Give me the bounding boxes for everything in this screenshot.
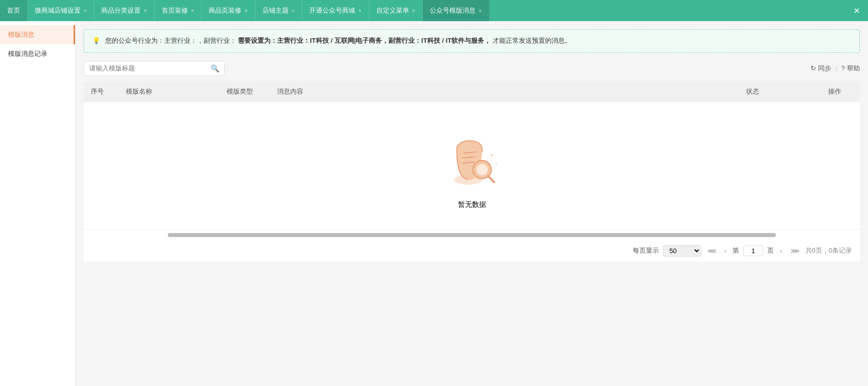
nav-tab-micro-shop-close[interactable]: ×	[84, 8, 87, 14]
nav-tab-product-decor-close[interactable]: ×	[244, 8, 247, 14]
empty-state: ✦ ✦ 暂无数据	[84, 102, 860, 229]
nav-tab-shop-theme[interactable]: 店铺主题 ×	[255, 0, 302, 21]
col-content: 消息内容	[270, 82, 739, 102]
toolbar-divider: |	[835, 64, 837, 72]
page-size-label: 每页显示	[633, 246, 659, 255]
svg-text:✦: ✦	[490, 152, 494, 158]
sync-label: 同步	[818, 64, 831, 73]
prev-page-button[interactable]: ‹	[722, 246, 728, 256]
nav-tab-template-msg-close[interactable]: ×	[479, 8, 482, 14]
help-label: 帮助	[847, 64, 860, 73]
page-size-select[interactable]: 10 20 50 100	[663, 245, 701, 257]
table-header: 序号 模版名称 模版类型 消息内容 状态 操作	[84, 82, 860, 102]
col-seq: 序号	[84, 82, 119, 102]
help-icon: ?	[841, 64, 845, 72]
help-button[interactable]: ? 帮助	[841, 64, 860, 73]
nav-tab-template-msg[interactable]: 公众号模版消息 ×	[423, 0, 489, 21]
svg-point-5	[477, 164, 488, 175]
nav-tab-micro-shop-label: 微商城店铺设置	[35, 6, 81, 15]
empty-text: 暂无数据	[458, 200, 486, 209]
nav-tab-product-category-close[interactable]: ×	[144, 8, 147, 14]
notice-text-suffix: 才能正常发送预置的消息。	[493, 37, 571, 44]
notice-text-prefix: 您的公众号行业为：主营行业：，副营行业：	[105, 37, 236, 44]
nav-tab-template-msg-label: 公众号模版消息	[430, 6, 476, 15]
sidebar: 模版消息 模版消息记录	[0, 21, 76, 386]
nav-tab-home-decor-label: 首页装修	[162, 6, 188, 15]
nav-tab-shop-theme-close[interactable]: ×	[292, 8, 295, 14]
sidebar-item-template-msg-log-label: 模版消息记录	[8, 50, 47, 57]
nav-tab-open-shop[interactable]: 开通公众号商城 ×	[302, 0, 369, 21]
bulb-icon: 💡	[92, 37, 100, 44]
nav-tab-home-label: 首页	[7, 6, 20, 15]
col-status: 状态	[739, 82, 810, 102]
table-wrapper: 序号 模版名称 模版类型 消息内容 状态 操作	[84, 82, 860, 240]
pagination-bar: 每页显示 10 20 50 100 ⋘ ‹ 第 页 › ⋙ 共0页，0条记录	[84, 240, 860, 262]
pagination-summary: 共0页，0条记录	[806, 246, 852, 255]
page-input[interactable]	[743, 246, 763, 256]
page-label-suffix: 页	[767, 246, 774, 255]
nav-tab-home[interactable]: 首页	[0, 0, 28, 21]
nav-tab-shop-theme-label: 店铺主题	[262, 6, 289, 15]
data-table: 序号 模版名称 模版类型 消息内容 状态 操作	[84, 82, 860, 102]
first-page-button[interactable]: ⋘	[705, 246, 718, 256]
search-bar-area: 🔍 ↻ 同步 | ? 帮助	[84, 61, 860, 76]
content-area: 💡 您的公众号行业为：主营行业：，副营行业： 需要设置为：主营行业：IT科技 /…	[76, 21, 868, 386]
sync-icon: ↻	[811, 64, 816, 72]
window-close-button[interactable]: ✕	[845, 0, 868, 21]
svg-line-6	[488, 176, 494, 182]
last-page-button[interactable]: ⋙	[788, 246, 802, 256]
toolbar-right: ↻ 同步 | ? 帮助	[811, 64, 860, 73]
next-page-button[interactable]: ›	[778, 246, 784, 256]
sidebar-item-template-msg-log[interactable]: 模版消息记录	[0, 44, 75, 63]
col-type: 模版类型	[220, 82, 270, 102]
nav-tab-product-category-label: 商品分类设置	[101, 6, 141, 15]
nav-tab-product-category[interactable]: 商品分类设置 ×	[94, 0, 154, 21]
nav-tab-product-decor[interactable]: 商品页装修 ×	[202, 0, 255, 21]
search-input-wrap: 🔍	[84, 61, 225, 76]
col-name: 模版名称	[119, 82, 220, 102]
col-action: 操作	[810, 82, 860, 102]
empty-illustration: ✦ ✦	[442, 132, 502, 192]
nav-tab-product-decor-label: 商品页装修	[209, 6, 241, 15]
notice-highlight: 需要设置为：主营行业：IT科技 / 互联网|电子商务，副营行业：IT科技 / I…	[238, 37, 491, 44]
scroll-handle[interactable]	[168, 233, 776, 237]
main-layout: 模版消息 模版消息记录 💡 您的公众号行业为：主营行业：，副营行业： 需要设置为…	[0, 21, 868, 386]
nav-tab-custom-menu-close[interactable]: ×	[412, 8, 415, 14]
search-input[interactable]	[84, 61, 206, 75]
svg-text:✦: ✦	[495, 162, 498, 165]
nav-tab-home-decor[interactable]: 首页装修 ×	[155, 0, 202, 21]
nav-tab-custom-menu-label: 自定义菜单	[376, 6, 409, 15]
sidebar-item-template-msg[interactable]: 模版消息	[0, 25, 75, 44]
nav-tab-open-shop-label: 开通公众号商城	[309, 6, 355, 15]
nav-tab-open-shop-close[interactable]: ×	[358, 8, 361, 14]
sidebar-item-template-msg-label: 模版消息	[8, 31, 34, 38]
search-button[interactable]: 🔍	[206, 61, 224, 75]
scrollbar-area	[84, 229, 860, 240]
top-nav: 首页 微商城店铺设置 × 商品分类设置 × 首页装修 × 商品页装修 × 店铺主…	[0, 0, 868, 21]
page-label-prefix: 第	[732, 246, 739, 255]
nav-tab-home-decor-close[interactable]: ×	[191, 8, 194, 14]
sync-button[interactable]: ↻ 同步	[811, 64, 831, 73]
notice-banner: 💡 您的公众号行业为：主营行业：，副营行业： 需要设置为：主营行业：IT科技 /…	[84, 29, 860, 53]
nav-tab-micro-shop[interactable]: 微商城店铺设置 ×	[28, 0, 94, 21]
nav-tab-custom-menu[interactable]: 自定义菜单 ×	[369, 0, 423, 21]
